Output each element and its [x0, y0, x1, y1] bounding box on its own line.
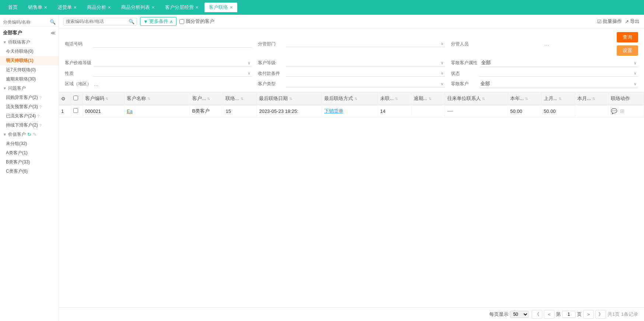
top-nav: 首页 销售单 ✕ 进货单 ✕ 商品分析 ✕ 商品分析列表 ✕ 客户分层经营 ✕ … [0, 0, 644, 15]
sort-icon-no-contact[interactable]: ⇅ [395, 97, 398, 101]
nav-customer-contact[interactable]: 客户联络 ✕ [204, 3, 237, 12]
nav-goods-analysis-list[interactable]: 商品分析列表 ✕ [117, 3, 159, 12]
nav-sales[interactable]: 销售单 ✕ [24, 3, 52, 12]
page-number-input[interactable] [562, 311, 575, 318]
filter-retail-attr-label: 零散客户属性 [451, 60, 477, 66]
nav-goods-analysis[interactable]: 商品分析 ✕ [83, 3, 115, 12]
sort-icon-overdue[interactable]: ⇅ [428, 97, 431, 101]
th-action: 联络动作 [608, 92, 644, 105]
sidebar-item-overdue[interactable]: 逾期未联络(30) [0, 75, 59, 84]
nav-goods-analysis-close[interactable]: ✕ [108, 5, 111, 10]
sort-icon-last-month[interactable]: ⇅ [559, 97, 561, 101]
sidebar-all-customers[interactable]: 全部客户 ≪ [0, 28, 59, 38]
settings-col-icon[interactable]: ⚙ [61, 96, 66, 101]
action-comment-icon[interactable]: 💬 [611, 108, 617, 114]
last-page-btn[interactable]: 》 [595, 310, 606, 319]
nav-customer-tier[interactable]: 客户分层经营 ✕ [161, 3, 203, 12]
filter-customer-type: 客户类型 ∨ [258, 80, 445, 88]
sidebar-item-churn-warning[interactable]: 流失预警客户(3) ? [0, 102, 59, 111]
sidebar-search-input[interactable] [3, 20, 50, 25]
sidebar-group-pending[interactable]: 待联络客户 [0, 38, 59, 47]
select-all-checkbox[interactable] [73, 96, 78, 100]
sort-icon-this-month[interactable]: ⇅ [592, 97, 595, 101]
nav-goods-analysis-label: 商品分析 [87, 4, 106, 11]
sort-icon-last-date[interactable]: ⇅ [289, 97, 292, 101]
last-method-link[interactable]: 下销货单 [324, 108, 343, 114]
action-grid-icon[interactable]: ⊞ [620, 108, 624, 114]
sort-icon-name[interactable]: ⇅ [147, 97, 150, 101]
filter-status: 状态 ∨ [451, 70, 638, 77]
action-icons: 💬 ⊞ [611, 108, 641, 114]
nav-home[interactable]: 首页 [4, 3, 22, 12]
sidebar-collapse-icon[interactable]: ≪ [50, 30, 56, 36]
sidebar-item-tomorrow-pending[interactable]: 明天待联络(1) [0, 56, 59, 65]
filter-phone-input[interactable] [93, 41, 252, 48]
sidebar-item-ungrouped[interactable]: 未分组(32) [0, 139, 59, 148]
filter-payment-select[interactable]: ∨ [286, 70, 445, 77]
value-refresh-icon[interactable]: ↻ [27, 132, 31, 137]
sidebar-item-today-pending[interactable]: 今天待联络(0) [0, 47, 59, 56]
filter-dept-label: 分管部门 [258, 41, 284, 47]
customer-table: ⚙ 客户编码 ⇅ 客户名称 ⇅ 客户... ⇅ 联络... ⇅ 最后联络日期 ⇅… [59, 92, 644, 117]
search-submit-icon[interactable]: 🔍 [129, 19, 134, 24]
row-action: 💬 ⊞ [608, 105, 644, 117]
page-suffix: 页 [577, 311, 582, 318]
sidebar-group-problem[interactable]: 问题客户 [0, 84, 59, 93]
sidebar-item-type-c[interactable]: C类客户(6) [0, 167, 59, 176]
filter-customer-type-select[interactable]: ∨ [286, 81, 445, 87]
sidebar-group-value[interactable]: 价值客户 ↻ ✎ [0, 130, 59, 139]
help-icon-churned: ? [37, 114, 39, 118]
my-customers-label: 我分管的客户 [186, 18, 214, 25]
my-customers-checkbox[interactable] [179, 19, 184, 24]
page-size-select[interactable]: 50 10 20 100 [510, 311, 529, 318]
value-edit-icon[interactable]: ✎ [33, 132, 37, 137]
filter-retail-customer-select[interactable]: 全部∨ [479, 80, 638, 88]
sort-icon-type[interactable]: ⇅ [207, 97, 210, 101]
nav-customer-tier-close[interactable]: ✕ [195, 5, 199, 10]
filter-status-select[interactable]: ∨ [479, 70, 638, 77]
sidebar-item-week-pending[interactable]: 近7天待联络(0) [0, 65, 59, 75]
sidebar-item-declining[interactable]: 持续下滑客户(2) ? [0, 121, 59, 130]
row-select-checkbox[interactable] [73, 108, 78, 113]
sidebar-search-icon[interactable]: 🔍 [50, 19, 56, 25]
filter-gender-select[interactable]: ∨ [93, 70, 252, 77]
sort-icon-contact[interactable]: ⇅ [241, 97, 244, 101]
nav-customer-contact-close[interactable]: ✕ [230, 5, 233, 10]
table-header-row: ⚙ 客户编码 ⇅ 客户名称 ⇅ 客户... ⇅ 联络... ⇅ 最后联络日期 ⇅… [59, 92, 644, 105]
export-btn[interactable]: ↗ 导出 [625, 18, 640, 25]
filter-chevron: ∧ [169, 19, 173, 24]
sort-icon-this-year[interactable]: ⇅ [525, 97, 528, 101]
nav-purchase[interactable]: 进货单 ✕ [53, 3, 81, 12]
total-text: 共1页 1条记录 [608, 311, 638, 318]
sidebar-item-type-b[interactable]: B类客户(33) [0, 158, 59, 167]
nav-sales-close[interactable]: ✕ [44, 5, 47, 10]
sort-icon-contact-person[interactable]: ⇅ [482, 97, 485, 101]
filter-region-dots[interactable]: … [94, 81, 99, 87]
filter-retail-attr-select[interactable]: 全部∨ [480, 59, 638, 67]
query-btn[interactable]: 查询 [617, 32, 638, 42]
sort-icon-code[interactable]: ⇅ [105, 97, 108, 101]
nav-goods-analysis-list-close[interactable]: ✕ [151, 5, 155, 10]
sidebar-item-type-a[interactable]: A类客户(1) [0, 148, 59, 158]
filter-customer-value-select[interactable]: ∨ [94, 60, 252, 66]
filter-manager-dots[interactable]: … [544, 41, 549, 47]
row-last-method: 下销货单 [322, 105, 378, 117]
sort-icon-last-method[interactable]: ⇅ [354, 97, 357, 101]
nav-purchase-close[interactable]: ✕ [73, 5, 77, 10]
first-page-btn[interactable]: 《 [532, 310, 542, 319]
batch-checkbox-icon: ☑ [597, 19, 602, 24]
filter-dept-select[interactable]: ∨ [286, 41, 445, 47]
settings-btn[interactable]: 设置 [617, 45, 638, 56]
th-this-year: 本年... ⇅ [508, 92, 541, 105]
row-name[interactable]: Ea [124, 105, 190, 117]
prev-page-btn[interactable]: ＜ [544, 310, 554, 319]
next-page-btn[interactable]: ＞ [583, 310, 594, 319]
row-contact-count: 15 [223, 105, 257, 117]
sidebar-item-repurchase-abnormal[interactable]: 回购异常客户(2) ? [0, 93, 59, 102]
filter-customer-grade-select[interactable]: ∨ [286, 60, 445, 66]
more-filter-btn[interactable]: ▼ 更多条件 ∧ [140, 17, 176, 26]
row-checkbox [71, 105, 83, 117]
search-input[interactable] [66, 19, 129, 24]
sidebar-item-churned[interactable]: 已流失客户(24) ? [0, 111, 59, 121]
batch-btn[interactable]: ☑ 批量操作 [597, 18, 622, 25]
